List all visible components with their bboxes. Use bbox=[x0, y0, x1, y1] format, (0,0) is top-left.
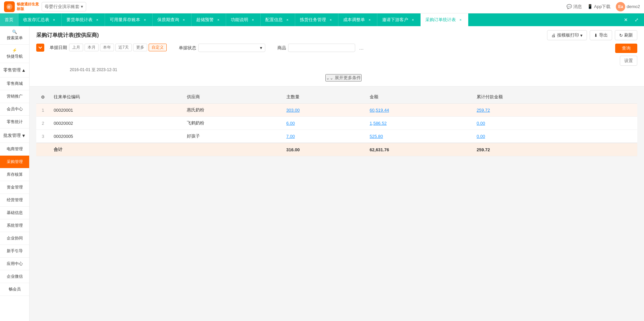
tab-yphtj[interactable]: 要货单统计表 × bbox=[62, 13, 105, 26]
footer-label: 合计 bbox=[50, 143, 282, 156]
sidebar-item-newguide[interactable]: 新手引导 bbox=[0, 245, 29, 258]
row-qty: 303.00 bbox=[282, 104, 366, 117]
row-amount: 525.80 bbox=[366, 130, 473, 143]
table-footer-row: 合计 316.00 62,631.76 259.72 bbox=[36, 143, 637, 156]
tab-shfd[interactable]: 收发存汇总表 × bbox=[18, 13, 62, 26]
row-extra bbox=[606, 130, 637, 143]
row-code: 00020001 bbox=[50, 104, 183, 117]
sidebar-item-system[interactable]: 系统管理 bbox=[0, 219, 29, 232]
tab-close-phgjgl[interactable]: × bbox=[328, 17, 333, 22]
top-bar-right: 💬 消息 📱 App下载 Ea demo2 bbox=[567, 2, 640, 11]
logo-area: 好 畅捷通好生意 标版 bbox=[4, 1, 39, 12]
goods-input[interactable] bbox=[288, 44, 355, 52]
sidebar-item-member[interactable]: 畅会员 bbox=[0, 283, 29, 296]
col-extra-header bbox=[606, 91, 637, 104]
expand-more-button[interactable]: ⌄⌄ 展开更多条件 bbox=[325, 74, 362, 82]
footer-extra bbox=[606, 143, 637, 156]
sidebar-item-retailstat[interactable]: 零售统计 bbox=[0, 116, 29, 128]
sidebar-item-finance[interactable]: 资金管理 bbox=[0, 181, 29, 194]
sidebar-item-retailshop[interactable]: 零售商城 bbox=[0, 77, 29, 90]
sidebar-item-operations[interactable]: 经营管理 bbox=[0, 194, 29, 207]
col-settings-header[interactable]: ⚙ bbox=[36, 91, 50, 104]
sidebar-item-retail[interactable]: 零售管理 ▲ bbox=[0, 63, 29, 77]
print-icon: 🖨 bbox=[551, 33, 556, 38]
row-paid: 0.00 bbox=[473, 130, 606, 143]
tab-cbtz[interactable]: 成本调整单 × bbox=[338, 13, 377, 26]
sidebar-item-purchase[interactable]: 采购管理 bbox=[0, 156, 29, 168]
row-supplier: 好孩子 bbox=[183, 130, 282, 143]
date-btn-more[interactable]: 更多 bbox=[133, 44, 147, 51]
tab-ccyj[interactable]: 超储预警 × bbox=[192, 13, 226, 26]
filter-toggle-button[interactable] bbox=[36, 44, 44, 52]
account-selector[interactable]: 母婴行业演示账套 ▾ bbox=[42, 2, 86, 11]
sidebar-item-quicknav[interactable]: ⚡ 快捷导航 bbox=[0, 45, 29, 63]
tab-close-kyslkzb[interactable]: × bbox=[142, 17, 148, 22]
tab-close-shfd[interactable]: × bbox=[51, 17, 57, 22]
date-btn-7days[interactable]: 近7天 bbox=[115, 44, 132, 51]
main-layout: 🔍 搜索菜单 ⚡ 快捷导航 零售管理 ▲ 零售商城 营销推广 会员中心 零售统计… bbox=[0, 26, 644, 321]
date-shortcuts: 上月 本月 本年 近7天 更多 自定义 bbox=[69, 44, 167, 51]
sidebar-item-basic[interactable]: 基础信息 bbox=[0, 207, 29, 219]
row-extra bbox=[606, 104, 637, 117]
tab-home[interactable]: 首页 bbox=[0, 13, 18, 26]
nav-tabs: 首页 收发存汇总表 × 要货单统计表 × 可用量库存账本 × 保质期查询 × 超… bbox=[0, 13, 644, 26]
message-icon: 💬 bbox=[567, 4, 572, 9]
status-select[interactable]: ▾ bbox=[198, 44, 265, 52]
date-btn-custom[interactable]: 自定义 bbox=[149, 44, 167, 51]
tab-close-bqcx[interactable]: × bbox=[181, 17, 186, 22]
sidebar-item-inventory[interactable]: 库存核算 bbox=[0, 168, 29, 181]
app-download-button[interactable]: 📱 App下载 bbox=[587, 4, 610, 10]
tab-yqxyk[interactable]: 邀请下游客户 × bbox=[377, 13, 421, 26]
col-qty-header: 主数量 bbox=[282, 91, 366, 104]
tab-close-pzxx[interactable]: × bbox=[285, 17, 290, 22]
tab-phgjgl[interactable]: 拣货任务管理 × bbox=[295, 13, 338, 26]
date-btn-last-month[interactable]: 上月 bbox=[69, 44, 83, 51]
sidebar-item-ecommerce[interactable]: 电商管理 bbox=[0, 143, 29, 156]
sidebar-item-enterprise[interactable]: 企业协同 bbox=[0, 232, 29, 245]
print-button[interactable]: 🖨 按模板打印 ▾ bbox=[547, 30, 587, 40]
message-button[interactable]: 💬 消息 bbox=[567, 4, 582, 10]
row-code: 00020005 bbox=[50, 130, 183, 143]
tab-close-cbtz[interactable]: × bbox=[367, 17, 372, 22]
refresh-button[interactable]: ↻ 刷新 bbox=[615, 30, 637, 40]
sidebar-item-wholesale[interactable]: 批发管理 ▼ bbox=[0, 128, 29, 143]
table-row: 2 00020002 飞鹤奶粉 6.00 1,586.52 0.00 bbox=[36, 117, 637, 130]
sidebar-item-corpwechat[interactable]: 企业微信 bbox=[0, 270, 29, 283]
page-header: 采购订单统计表(按供应商) 🖨 按模板打印 ▾ ⬇ 导出 ↻ 刷新 bbox=[30, 26, 644, 87]
sidebar-item-membership[interactable]: 会员中心 bbox=[0, 103, 29, 116]
tab-close-yqxyk[interactable]: × bbox=[410, 17, 416, 22]
tab-bqcx[interactable]: 保质期查询 × bbox=[153, 13, 192, 26]
sidebar-item-search[interactable]: 🔍 搜索菜单 bbox=[0, 26, 29, 45]
query-button[interactable]: 查询 bbox=[615, 44, 637, 53]
search-icon: 🔍 bbox=[12, 30, 17, 34]
chevron-down-icon: ▾ bbox=[81, 4, 83, 9]
filter-top-row: 单据日期 上月 本月 本年 近7天 更多 自定义 bbox=[50, 44, 637, 66]
tab-close-cgddtjb[interactable]: × bbox=[458, 17, 463, 22]
settings-button[interactable]: 设置 bbox=[620, 56, 637, 66]
export-button[interactable]: ⬇ 导出 bbox=[590, 30, 612, 40]
close-all-tabs-button[interactable]: ✕ bbox=[621, 15, 631, 24]
expand-icon: ⌄⌄ bbox=[326, 75, 333, 81]
logo-text: 畅捷通好生意 标版 bbox=[17, 2, 39, 11]
filter-container: 单据日期 上月 本月 本年 近7天 更多 自定义 bbox=[36, 44, 637, 86]
tab-close-ccyj[interactable]: × bbox=[216, 17, 221, 22]
tab-close-gnms[interactable]: × bbox=[250, 17, 256, 22]
tab-close-yphtj[interactable]: × bbox=[95, 17, 100, 22]
tab-cgddtjb[interactable]: 采购订单统计表 × bbox=[421, 13, 468, 26]
sidebar-item-marketing[interactable]: 营销推广 bbox=[0, 90, 29, 103]
col-amount-header: 金额 bbox=[366, 91, 473, 104]
tab-kyslkzb[interactable]: 可用量库存账本 × bbox=[105, 13, 153, 26]
user-avatar[interactable]: Ea demo2 bbox=[616, 2, 640, 11]
maximize-button[interactable]: ⤢ bbox=[632, 15, 641, 24]
footer-qty: 316.00 bbox=[282, 143, 366, 156]
svg-text:好: 好 bbox=[7, 5, 11, 9]
date-btn-this-year[interactable]: 本年 bbox=[100, 44, 114, 51]
goods-ellipsis-button[interactable]: ... bbox=[357, 44, 366, 52]
row-no: 2 bbox=[36, 117, 50, 130]
tab-pzxx[interactable]: 配置信息 × bbox=[261, 13, 295, 26]
sidebar-item-appcenter[interactable]: 应用中心 bbox=[0, 258, 29, 270]
chevron-icon: ▲ bbox=[21, 68, 26, 73]
tab-gnms[interactable]: 功能说明 × bbox=[226, 13, 261, 26]
col-code-header: 往来单位编码 bbox=[50, 91, 183, 104]
date-btn-this-month[interactable]: 本月 bbox=[85, 44, 99, 51]
